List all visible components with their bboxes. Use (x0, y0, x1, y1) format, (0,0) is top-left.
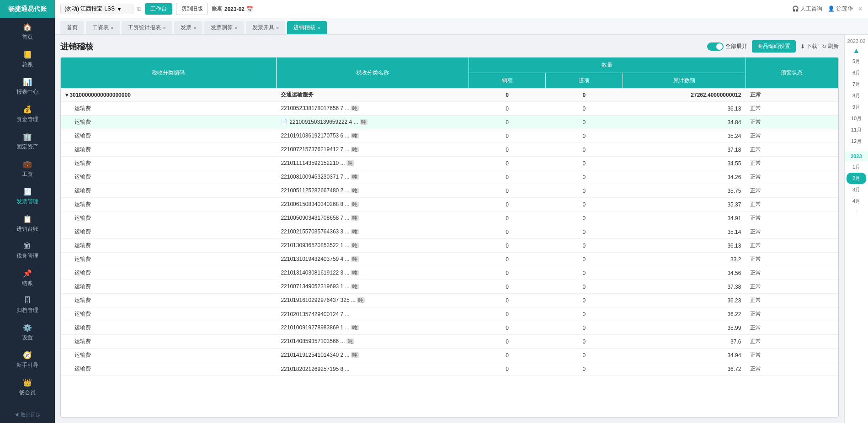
month-4[interactable]: 4月 (845, 196, 868, 207)
item-invoice: 2210111143592152210 ... 吨 (276, 157, 469, 170)
tab-close-invoice-calc[interactable]: × (234, 25, 237, 31)
item-sale: 0 (469, 170, 545, 184)
sidebar-item-label: 首页 (22, 33, 33, 41)
tab-invoice[interactable]: 发票 × (174, 21, 202, 34)
sidebar-item-settings[interactable]: ⚙️ 设置 (0, 319, 55, 346)
table-row: 运输费 2210061508340340268 8 ... 吨 0 0 35.3… (61, 198, 838, 212)
item-name: 运输费 (61, 280, 276, 294)
sidebar-item-label: 设置 (22, 334, 33, 342)
month-12[interactable]: 12月 (845, 136, 868, 147)
sidebar-item-assets[interactable]: 🏢 固定资产 (0, 128, 55, 155)
sidebar-item-close[interactable]: 📌 结账 (0, 264, 55, 292)
item-status: 正常 (746, 239, 838, 253)
month-11[interactable]: 11月 (845, 124, 868, 136)
month-2[interactable]: 2月 (847, 173, 866, 184)
support-label[interactable]: 🎧 人工咨询 (792, 5, 822, 13)
tab-reconcile[interactable]: 进销稽核 × (287, 21, 326, 34)
item-status: 正常 (746, 253, 838, 266)
item-cumulative: 35.75 (623, 184, 746, 198)
item-purchase: 0 (546, 184, 623, 198)
sidebar-item-member[interactable]: 👑 畅会员 (0, 374, 55, 401)
expand-toggle[interactable]: 全部展开 (707, 42, 747, 51)
user-label[interactable]: 👤 徐莲华 (828, 5, 852, 13)
item-cumulative: 34.94 (623, 349, 746, 362)
table-row: 运输费 2210050903431708658 7 ... 吨 0 0 34.9… (61, 212, 838, 225)
table-row: 运输费 2210021557035764363 3 ... 吨 0 0 35.1… (61, 225, 838, 239)
item-invoice: 2210072157376219412 7 ... 吨 (276, 143, 469, 157)
month-5[interactable]: 5月 (845, 56, 868, 67)
sidebar-item-invoice[interactable]: 🧾 发票管理 (0, 183, 55, 210)
sidebar-item-tax[interactable]: 🏛 税务管理 (0, 238, 55, 264)
month-9[interactable]: 9月 (845, 101, 868, 113)
item-status: 正常 (746, 335, 838, 349)
item-status: 正常 (746, 170, 838, 184)
refresh-button[interactable]: ↻ 刷新 (822, 42, 839, 50)
table-row: 运输费 2210140859357103566 ... 吨 0 0 37.6 正… (61, 335, 838, 349)
tab-payroll[interactable]: 工资表 × (86, 21, 120, 34)
month-6[interactable]: 6月 (845, 67, 868, 79)
scroll-up-arrow[interactable]: ▲ (845, 46, 868, 56)
item-cumulative: 35.99 (623, 321, 746, 335)
calendar-icon[interactable]: 📅 (246, 6, 253, 12)
item-status: 正常 (746, 198, 838, 212)
item-name: 运输费 (61, 116, 276, 129)
sidebar-item-payroll[interactable]: 💼 工资 (0, 155, 55, 183)
company-name: (勿动) 江西报宝-LSS (64, 5, 115, 13)
copy-icon[interactable]: ⧉ (137, 5, 141, 13)
month-7[interactable]: 7月 (845, 79, 868, 90)
tab-close-reconcile[interactable]: × (317, 25, 320, 31)
close-button[interactable]: × (858, 5, 863, 13)
table-row: 运输费 2210182021269257195 8 ... 0 0 36.72 … (61, 362, 838, 376)
tab-invoice-calc[interactable]: 发票测算 × (204, 21, 244, 34)
sidebar-pin[interactable]: ◀ 取消固定 (0, 407, 55, 423)
tab-close-invoice-issue[interactable]: × (276, 25, 279, 31)
month-8[interactable]: 8月 (845, 90, 868, 101)
item-status: 正常 (746, 349, 838, 362)
tab-close-invoice[interactable]: × (193, 25, 196, 31)
tab-payroll-report[interactable]: 工资统计报表 × (122, 21, 172, 34)
item-cumulative: 33.2 (623, 253, 746, 266)
page-header: 进销稽核 全部展开 商品编码设置 ⬇ 下载 ↻ 刷 (60, 40, 839, 53)
group-sale: 0 (469, 88, 545, 102)
item-sale: 0 (469, 280, 545, 294)
item-purchase: 0 (546, 129, 623, 143)
download-icon: ⬇ (800, 43, 805, 50)
item-status: 正常 (746, 294, 838, 307)
item-cumulative: 35.37 (623, 198, 746, 212)
tab-home[interactable]: 首页 (60, 21, 84, 34)
toggle-track[interactable] (707, 42, 724, 51)
tab-invoice-issue[interactable]: 发票开具 × (246, 21, 285, 34)
month-3[interactable]: 3月 (845, 184, 868, 196)
sidebar-item-ledger[interactable]: 📒 总账 (0, 46, 55, 73)
sidebar-item-home[interactable]: 🏠 首页 (0, 18, 55, 46)
sidebar-item-purchase-ledger[interactable]: 📋 进销台账 (0, 210, 55, 238)
settings-button[interactable]: 商品编码设置 (752, 40, 796, 53)
month-10[interactable]: 10月 (845, 113, 868, 124)
company-selector[interactable]: (勿动) 江西报宝-LSS ▼ (60, 4, 133, 14)
switch-version-button[interactable]: 切到旧版 (176, 3, 208, 15)
item-name: 运输费 (61, 239, 276, 253)
sidebar-item-archive[interactable]: 🗄 归档管理 (0, 292, 55, 319)
year-2023[interactable]: 2023 (845, 151, 868, 161)
item-status: 正常 (746, 321, 838, 335)
month-1[interactable]: 1月 (845, 161, 868, 173)
item-sale: 0 (469, 294, 545, 307)
sidebar-item-reports[interactable]: 📊 报表中心 (0, 73, 55, 100)
download-button[interactable]: ⬇ 下载 (800, 42, 817, 50)
table-row: 运输费 2210051125282667480 2 ... 吨 0 0 35.7… (61, 184, 838, 198)
item-invoice: 2210191036192170753 6 ... 吨 (276, 129, 469, 143)
tab-close-payroll[interactable]: × (111, 25, 113, 31)
item-invoice: 2210140859357103566 ... 吨 (276, 335, 469, 349)
sidebar-item-funds[interactable]: 💰 资金管理 (0, 100, 55, 128)
tab-close-payroll-report[interactable]: × (163, 25, 165, 31)
item-purchase: 0 (546, 143, 623, 157)
item-sale: 0 (469, 225, 545, 239)
item-purchase: 0 (546, 335, 623, 349)
item-name: 运输费 (61, 184, 276, 198)
sidebar-item-guide[interactable]: 🧭 新手引导 (0, 346, 55, 374)
item-invoice: 2210201357429400124 7 ... (276, 307, 469, 321)
item-invoice: 📄2210091503139659222 4 ... 吨 (276, 116, 469, 129)
item-invoice: 2210071349052319693 1 ... 吨 (276, 280, 469, 294)
sidebar-item-label: 工资 (22, 170, 33, 178)
workbench-button[interactable]: 工作台 (145, 3, 172, 15)
